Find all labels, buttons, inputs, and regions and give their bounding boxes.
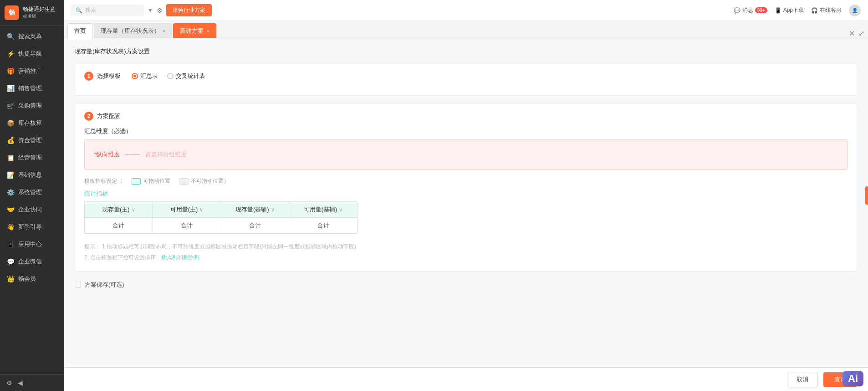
sidebar-item-enterprise[interactable]: 🤝 企业协同 xyxy=(0,201,64,218)
sidebar-nav: 🔍 搜索菜单 ⚡ 快捷导航 🎁 营销推广 📊 销售管理 🛒 采购管理 📦 库存核… xyxy=(0,26,64,374)
app-center-icon: 📱 xyxy=(6,240,15,248)
newcomer-icon: 👋 xyxy=(6,223,15,231)
sidebar-item-system[interactable]: ⚙️ 系统管理 xyxy=(0,184,64,201)
gear-icon[interactable]: ⚙ xyxy=(157,7,163,14)
page-title: 现存量(库存状况表)方案设置 xyxy=(75,47,857,56)
user-avatar[interactable]: 👤 xyxy=(849,5,861,16)
tab-inventory[interactable]: 现存量（库存状况表） × xyxy=(94,23,172,38)
tab-new-scheme-close[interactable]: × xyxy=(206,28,209,34)
indicator-section: 模板指标设定（ 可拖动位置 不可拖动位置） 统计指标 现存量(主) xyxy=(84,177,848,263)
indicator-title-text: 模板指标设定（ xyxy=(84,177,123,185)
sidebar-item-basic[interactable]: 📝 基础信息 xyxy=(0,166,64,184)
stats-col-header-3[interactable]: 可用量(基辅) ∨ xyxy=(289,202,357,217)
tab-home[interactable]: 首页 xyxy=(67,23,93,38)
dimension-label: 汇总维度（必选） xyxy=(84,127,848,135)
stats-cell-0-1: 合计 xyxy=(153,217,221,233)
sidebar-item-member[interactable]: 👑 畅会员 xyxy=(0,270,64,288)
step1-num: 1 xyxy=(84,72,93,81)
stats-table: 现存量(主) ∨ 可用量(主) ∨ 现存量(基辅) ∨ 可用量(基辅) xyxy=(84,201,357,234)
tab-inventory-close[interactable]: × xyxy=(163,28,165,34)
sidebar-item-inventory[interactable]: 📦 库存核算 xyxy=(0,114,64,132)
trial-button[interactable]: 体验行业方案 xyxy=(166,4,212,16)
member-icon: 👑 xyxy=(6,275,15,283)
sidebar-item-finance[interactable]: 💰 资金管理 xyxy=(0,132,64,149)
wechat-icon: 💬 xyxy=(6,257,15,266)
message-button[interactable]: 💬 消息 99+ xyxy=(734,6,767,14)
non-draggable-legend-box xyxy=(179,178,189,185)
stats-col-label-0: 现存量(主) xyxy=(102,206,130,214)
stats-col-header-1[interactable]: 可用量(主) ∨ xyxy=(153,202,221,217)
basic-icon: 📝 xyxy=(6,171,15,179)
required-text: *纵向维度 xyxy=(94,150,120,159)
draggable-legend-box xyxy=(132,178,141,185)
sidebar-item-newcomer[interactable]: 👋 新手引导 xyxy=(0,218,64,236)
stats-col-arrow-1[interactable]: ∨ xyxy=(199,207,203,213)
online-service-button[interactable]: 🎧 在线客服 xyxy=(811,6,842,14)
search-box[interactable]: 🔍 搜索 xyxy=(71,5,144,16)
footer-bar: 取消 查询 xyxy=(64,367,868,391)
stats-col-header-2[interactable]: 现存量(基辅) ∨ xyxy=(221,202,290,217)
app-download-button[interactable]: 📱 App下载 xyxy=(775,6,804,14)
stats-section-label: 统计指标 xyxy=(84,190,848,198)
app-name: 畅捷通好生意 xyxy=(23,6,56,13)
save-scheme-checkbox[interactable] xyxy=(75,282,81,288)
stats-table-header: 现存量(主) ∨ 可用量(主) ∨ 现存量(基辅) ∨ 可用量(基辅) xyxy=(85,202,357,217)
stats-cell-0-0: 合计 xyxy=(85,217,153,233)
dimension-selector[interactable]: *纵向维度 —— 请选择分组维度 xyxy=(84,139,848,170)
step1-card: 1 选择模板 汇总表 交叉统计表 xyxy=(75,63,857,96)
close-panel-button[interactable]: ✕ xyxy=(849,29,855,38)
settings-footer-icon[interactable]: ⚙ xyxy=(6,379,12,386)
stats-col-arrow-3[interactable]: ∨ xyxy=(339,207,342,213)
expand-panel-button[interactable]: ⤢ xyxy=(858,29,864,38)
main-area: 🔍 搜索 ▼ ⚙ 体验行业方案 💬 消息 99+ 📱 App下载 🎧 在线客服 xyxy=(64,0,868,391)
stats-col-arrow-0[interactable]: ∨ xyxy=(132,207,135,213)
stats-col-header-0[interactable]: 现存量(主) ∨ xyxy=(85,202,153,217)
message-label: 消息 xyxy=(742,6,753,14)
sidebar-item-label-finance: 资金管理 xyxy=(18,136,42,144)
topbar-dropdown[interactable]: ▼ xyxy=(148,7,153,14)
sidebar-item-label-basic: 基础信息 xyxy=(18,171,42,179)
step2-label: 方案配置 xyxy=(97,112,121,120)
sidebar-item-wechat[interactable]: 💬 企业微信 xyxy=(0,253,64,270)
inventory-icon: 📦 xyxy=(6,119,15,127)
step1-label: 选择模板 xyxy=(97,72,121,80)
sidebar-item-operations[interactable]: 📋 经营管理 xyxy=(0,149,64,166)
app-logo-icon: 畅 xyxy=(5,5,19,20)
sidebar-item-quick-nav[interactable]: ⚡ 快捷导航 xyxy=(0,45,64,62)
operations-icon: 📋 xyxy=(6,154,15,162)
search-text: 搜索 xyxy=(85,6,96,14)
radio-cross[interactable]: 交叉统计表 xyxy=(167,72,205,80)
system-icon: ⚙️ xyxy=(6,188,15,196)
sidebar-item-app-center[interactable]: 📱 应用中心 xyxy=(0,236,64,253)
sidebar-item-label-member: 畅会员 xyxy=(18,275,36,283)
tab-new-scheme[interactable]: 新建方案 × xyxy=(173,23,216,38)
delete-col-link[interactable]: 删除列 xyxy=(183,254,199,261)
collapse-footer-icon[interactable]: ◀ xyxy=(18,379,23,386)
sidebar-item-search[interactable]: 🔍 搜索菜单 xyxy=(0,28,64,45)
sales-icon: 📊 xyxy=(6,84,15,93)
stats-col-arrow-2[interactable]: ∨ xyxy=(271,207,275,213)
service-icon: 🎧 xyxy=(811,7,818,14)
sidebar-item-label-purchase: 采购管理 xyxy=(18,102,42,110)
cancel-button[interactable]: 取消 xyxy=(787,372,818,387)
ai-badge[interactable]: Ai xyxy=(842,371,863,386)
app-download-label: App下载 xyxy=(783,6,804,14)
radio-summary[interactable]: 汇总表 xyxy=(132,72,158,80)
step2-num: 2 xyxy=(84,112,93,121)
sidebar-item-purchase[interactable]: 🛒 采购管理 xyxy=(0,97,64,114)
dimension-section: 汇总维度（必选） *纵向维度 —— 请选择分组维度 xyxy=(84,127,848,170)
right-edge-indicator xyxy=(865,186,868,205)
sidebar-item-label-enterprise: 企业协同 xyxy=(18,206,42,214)
insert-col-link[interactable]: 插入列 xyxy=(161,254,178,261)
sidebar: 畅 畅捷通好生意 标准版 🔍 搜索菜单 ⚡ 快捷导航 🎁 营销推广 📊 销售管理… xyxy=(0,0,64,391)
tab-new-scheme-label: 新建方案 xyxy=(180,27,204,35)
non-draggable-legend-label: 不可拖动位置） xyxy=(191,177,229,185)
sidebar-item-marketing[interactable]: 🎁 营销推广 xyxy=(0,62,64,80)
stats-cell-0-2: 合计 xyxy=(221,217,290,233)
sidebar-item-sales[interactable]: 📊 销售管理 xyxy=(0,80,64,97)
sidebar-item-label-search: 搜索菜单 xyxy=(18,32,42,41)
enterprise-icon: 🤝 xyxy=(6,206,15,214)
radio-cross-dot xyxy=(167,73,174,79)
online-service-label: 在线客服 xyxy=(820,6,842,14)
tab-inventory-label: 现存量（库存状况表） xyxy=(101,27,160,35)
